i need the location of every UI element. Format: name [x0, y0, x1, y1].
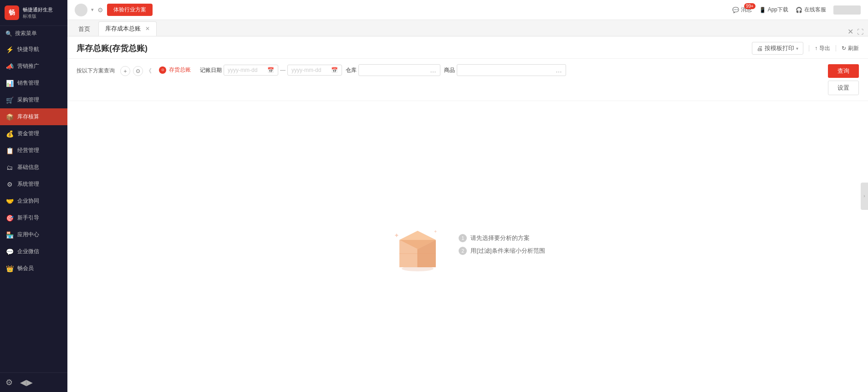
- sidebar-item-quick-nav[interactable]: ⚡ 快捷导航: [0, 41, 67, 58]
- warehouse-label: 仓库: [346, 66, 357, 74]
- svg-text:✦: ✦: [394, 232, 399, 239]
- user-avatar: [75, 4, 87, 16]
- sales-icon: 📊: [5, 80, 14, 87]
- scheme-icon: ⊙: [159, 66, 166, 74]
- industry-btn[interactable]: 体验行业方案: [107, 4, 153, 16]
- page-header-actions: 🖨 按模板打印 ▾ ↑ 导出 ↻ 刷新: [752, 42, 859, 55]
- filter-label: 按以下方案查询: [77, 64, 115, 75]
- date-end-input[interactable]: yyyy-mm-dd 📅: [287, 65, 342, 76]
- print-dropdown-icon[interactable]: ▾: [796, 46, 798, 51]
- phone-icon: 📱: [759, 7, 766, 13]
- scheme-filter: ⊙ 存货总账: [155, 64, 194, 76]
- username-display: [833, 5, 861, 15]
- page-header: 库存总账(存货总账) 🖨 按模板打印 ▾ ↑ 导出 ↻ 刷新: [67, 36, 868, 59]
- sidebar-item-system[interactable]: ⚙ 系统管理: [0, 176, 67, 193]
- svg-text:✦: ✦: [434, 229, 437, 234]
- main-area: ▾ ⚙ 体验行业方案 💬 消息 99+ 📱 App下载 🎧 在线客服 首页: [67, 0, 868, 392]
- marketing-icon: 📣: [5, 63, 14, 70]
- system-icon: ⚙: [5, 181, 14, 188]
- appstore-icon: 🏪: [5, 231, 14, 239]
- filter-controls: 记账日期 yyyy-mm-dd 📅 — yyyy-mm-dd 📅 仓库: [200, 64, 828, 76]
- collapse-filter-btn[interactable]: 《: [146, 67, 152, 75]
- empty-step1: 1 请先选择要分析的方案: [459, 234, 545, 242]
- right-panel-toggle[interactable]: ›: [861, 183, 868, 210]
- sidebar-item-wechat[interactable]: 💬 企业微信: [0, 243, 67, 260]
- inventory-icon: 📦: [5, 113, 14, 121]
- message-btn[interactable]: 💬 消息 99+: [732, 6, 752, 14]
- breadcrumb-arrow[interactable]: ▾: [91, 7, 94, 13]
- filter-area: 按以下方案查询 ＋ ⊙ 《 ⊙ 存货总账 记账日期 yyyy-mm-dd: [67, 59, 868, 101]
- close-all-icon[interactable]: ✕: [848, 27, 853, 36]
- tab-home[interactable]: 首页: [72, 22, 97, 36]
- goods-more-btn[interactable]: …: [556, 66, 562, 74]
- logo-icon: 畅: [5, 5, 19, 20]
- online-service-btn[interactable]: 🎧 在线客服: [796, 6, 826, 14]
- sidebar-item-appstore[interactable]: 🏪 应用中心: [0, 226, 67, 243]
- expand-icon[interactable]: ⛶: [857, 28, 863, 36]
- date-label: 记账日期: [200, 66, 222, 74]
- empty-step2: 2 用[过滤]条件来缩小分析范围: [459, 247, 545, 255]
- operations-icon: 📋: [5, 147, 14, 154]
- tab-inventory-cost[interactable]: 库存成本总账 ✕: [98, 21, 157, 36]
- export-btn[interactable]: ↑ 导出: [815, 45, 830, 52]
- empty-illustration: ✦ ✦: [390, 219, 445, 274]
- topbar-right: 💬 消息 99+ 📱 App下载 🎧 在线客服: [732, 5, 861, 15]
- sidebar-bottom: ⚙ ◀▶: [0, 372, 67, 392]
- refresh-btn[interactable]: ↻ 刷新: [842, 45, 859, 52]
- empty-state: ✦ ✦ 1 请先选择要分析的方案 2 用[过滤]条件来缩小分析范围: [67, 101, 868, 392]
- tab-close-icon[interactable]: ✕: [145, 25, 150, 32]
- refresh-icon: ↻: [842, 45, 846, 51]
- sidebar-item-sales[interactable]: 📊 销售管理: [0, 75, 67, 92]
- gear-icon[interactable]: ⚙: [97, 6, 103, 14]
- capital-icon: 💰: [5, 130, 14, 137]
- basic-icon: 🗂: [5, 164, 14, 171]
- member-icon: 👑: [5, 265, 14, 272]
- goods-select[interactable]: …: [457, 64, 566, 76]
- add-filter-btn[interactable]: ＋: [120, 66, 130, 76]
- manage-filter-btn[interactable]: ⊙: [133, 66, 143, 76]
- sidebar-nav: ⚡ 快捷导航 📣 营销推广 📊 销售管理 🛒 采购管理 📦 库存核算 💰 资金管…: [0, 41, 67, 277]
- date-filter-group: 记账日期 yyyy-mm-dd 📅 — yyyy-mm-dd 📅: [200, 65, 342, 76]
- message-icon: 💬: [732, 7, 739, 13]
- settings-bottom-icon[interactable]: ⚙: [5, 377, 13, 387]
- sidebar-search[interactable]: 🔍 搜索菜单: [0, 26, 67, 41]
- sidebar-item-capital[interactable]: 💰 资金管理: [0, 125, 67, 142]
- collapse-icon[interactable]: ◀▶: [20, 377, 33, 387]
- app-download-btn[interactable]: 📱 App下载: [759, 6, 788, 14]
- sidebar-item-purchase[interactable]: 🛒 采购管理: [0, 92, 67, 108]
- warehouse-more-btn[interactable]: …: [430, 66, 436, 74]
- sidebar-item-inventory[interactable]: 📦 库存核算: [0, 108, 67, 125]
- calendar-icon: 📅: [267, 67, 274, 73]
- date-start-input[interactable]: yyyy-mm-dd 📅: [224, 65, 278, 76]
- quick-nav-icon: ⚡: [5, 46, 14, 53]
- settings-btn[interactable]: 设置: [828, 81, 859, 95]
- calendar-end-icon: 📅: [331, 67, 338, 73]
- sidebar: 畅 畅捷通好生意 标准版 🔍 搜索菜单 ⚡ 快捷导航 📣 营销推广 📊 销售管理…: [0, 0, 67, 392]
- purchase-icon: 🛒: [5, 97, 14, 104]
- step1-num: 1: [459, 234, 467, 242]
- goods-filter-group: 商品 …: [444, 64, 566, 76]
- warehouse-select[interactable]: …: [358, 64, 440, 76]
- headset-icon: 🎧: [796, 7, 802, 13]
- sidebar-item-member[interactable]: 👑 畅会员: [0, 260, 67, 277]
- empty-text-area: 1 请先选择要分析的方案 2 用[过滤]条件来缩小分析范围: [459, 234, 545, 260]
- goods-label: 商品: [444, 66, 455, 74]
- collab-icon: 🤝: [5, 198, 14, 205]
- filter-right-btns: 查询 设置: [828, 64, 859, 95]
- topbar: ▾ ⚙ 体验行业方案 💬 消息 99+ 📱 App下载 🎧 在线客服: [67, 0, 868, 20]
- sidebar-item-basic[interactable]: 🗂 基础信息: [0, 159, 67, 176]
- wechat-icon: 💬: [5, 248, 14, 255]
- scheme-item-inventory[interactable]: ⊙ 存货总账: [155, 64, 194, 76]
- sidebar-item-collab[interactable]: 🤝 企业协同: [0, 193, 67, 209]
- page-content: 库存总账(存货总账) 🖨 按模板打印 ▾ ↑ 导出 ↻ 刷新: [67, 36, 868, 392]
- tabs-bar: 首页 库存成本总账 ✕ ✕ ⛶: [67, 20, 868, 36]
- guide-icon: 🎯: [5, 214, 14, 222]
- sidebar-item-marketing[interactable]: 📣 营销推广: [0, 58, 67, 75]
- sidebar-item-guide[interactable]: 🎯 新手引导: [0, 209, 67, 226]
- divider: [809, 45, 809, 51]
- query-btn[interactable]: 查询: [828, 64, 859, 78]
- page-title: 库存总账(存货总账): [77, 43, 148, 54]
- divider2: [836, 45, 836, 51]
- sidebar-item-operations[interactable]: 📋 经营管理: [0, 142, 67, 159]
- print-btn[interactable]: 🖨 按模板打印 ▾: [752, 42, 803, 55]
